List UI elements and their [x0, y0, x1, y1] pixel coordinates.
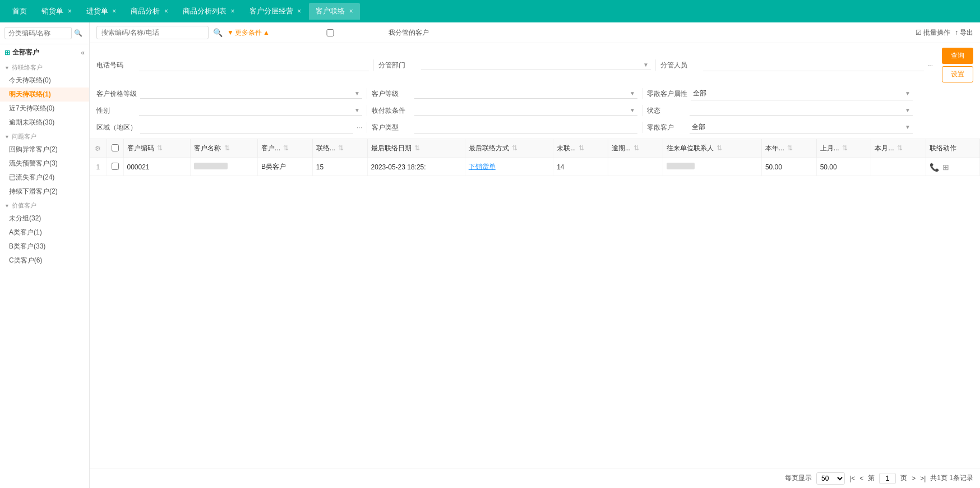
sidebar-c-class[interactable]: C类客户(6): [0, 254, 89, 268]
manager-more-icon[interactable]: ···: [927, 61, 933, 69]
gender-select[interactable]: ▼: [139, 105, 362, 116]
collapse-icon[interactable]: «: [81, 49, 85, 57]
page-size-select[interactable]: 50 100 200: [816, 472, 845, 485]
chevron-icon: ▲: [263, 29, 270, 36]
th-last-contact-method[interactable]: 最后联络方式 ⇅: [465, 139, 553, 158]
last-method-link[interactable]: 下销货单: [469, 163, 496, 171]
search-input[interactable]: [96, 26, 209, 39]
dept-field: 分管部门 ▼: [378, 60, 651, 70]
grid-icon: ⊞: [4, 49, 10, 57]
value-customer-group: 价值客户: [0, 199, 89, 211]
region-input[interactable]: [140, 122, 353, 133]
batch-op-button[interactable]: ☑ 批量操作: [916, 28, 950, 38]
status-field: 状态 ▼: [647, 105, 913, 116]
nav-home[interactable]: 首页: [6, 3, 34, 20]
sidebar-churned[interactable]: 已流失客户(24): [0, 171, 89, 185]
search-button[interactable]: 🔍: [213, 28, 223, 37]
status-chevron: ▼: [905, 107, 910, 113]
nav-purchase[interactable]: 进货单 ×: [80, 3, 123, 20]
th-settings[interactable]: ⚙: [90, 139, 107, 158]
manager-input[interactable]: [703, 59, 924, 71]
row-this-year: 50.00: [761, 158, 816, 176]
sidebar-b-class[interactable]: B类客户(33): [0, 240, 89, 254]
th-this-year[interactable]: 本年... ⇅: [761, 139, 816, 158]
dept-select[interactable]: ▼: [421, 60, 651, 70]
sidebar-7day-contact[interactable]: 近7天待联络(0): [0, 102, 89, 116]
sort-uncontacted-icon: ⇅: [579, 144, 584, 152]
all-customers-header[interactable]: ⊞ 全部客户 «: [0, 44, 89, 61]
nav-customer-contact[interactable]: 客户联络 ×: [309, 3, 360, 20]
sort-type-icon: ⇅: [283, 144, 289, 152]
customer-price-select[interactable]: ▼: [140, 89, 362, 99]
manager-field: 分管人员 ···: [660, 59, 933, 71]
top-nav: 首页 销货单 × 进货单 × 商品分析 × 商品分析列表 × 客户分层经营 × …: [0, 0, 980, 22]
customer-level-select[interactable]: ▼: [414, 89, 637, 99]
setting-button[interactable]: 设置: [942, 66, 973, 82]
phone-input[interactable]: [139, 59, 369, 71]
nav-customer-tier-close[interactable]: ×: [297, 7, 301, 15]
row-last-method[interactable]: 下销货单: [465, 158, 553, 176]
sidebar-today-contact[interactable]: 今天待联络(0): [0, 73, 89, 88]
sort-month-icon: ⇅: [897, 144, 903, 152]
nav-sales-close[interactable]: ×: [68, 7, 72, 15]
export-button[interactable]: ↑ 导出: [955, 28, 973, 38]
retail-attr-select[interactable]: 全部 ▼: [691, 87, 913, 100]
customer-table: ⚙ 客户编码 ⇅ 客户名称 ⇅ 客户... ⇅ 联络... ⇅ 最后联络日期 ⇅…: [90, 139, 980, 176]
th-customer-name[interactable]: 客户名称 ⇅: [191, 139, 258, 158]
th-last-month[interactable]: 上月... ⇅: [816, 139, 871, 158]
nav-product-analysis-list-close[interactable]: ×: [231, 7, 235, 15]
nav-purchase-close[interactable]: ×: [112, 7, 116, 15]
my-customer-checkbox-label[interactable]: 我分管的客户: [274, 28, 429, 38]
sort-name-icon: ⇅: [224, 144, 230, 152]
page-input[interactable]: [879, 473, 896, 484]
action-icons: 📞 ⊞: [930, 163, 976, 172]
th-contact-count[interactable]: 联络... ⇅: [312, 139, 367, 158]
row-overdue: [608, 158, 663, 176]
action-menu-icon[interactable]: ⊞: [942, 163, 949, 172]
next-page-btn[interactable]: >: [912, 475, 916, 482]
row-unit-contact: [663, 158, 761, 176]
th-last-contact-date[interactable]: 最后联络日期 ⇅: [367, 139, 465, 158]
nav-customer-tier[interactable]: 客户分层经营 ×: [243, 3, 308, 20]
sidebar-a-class[interactable]: A类客户(1): [0, 225, 89, 240]
last-page-btn[interactable]: >|: [920, 475, 926, 482]
query-button[interactable]: 查询: [942, 48, 973, 64]
row-checkbox-cell[interactable]: [107, 158, 123, 176]
sidebar: 🔍 ⊞ 全部客户 « 待联络客户 今天待联络(0) 明天待联络(1) 近7天待联…: [0, 22, 90, 488]
prev-page-btn[interactable]: <: [859, 475, 863, 482]
sidebar-ungrouped[interactable]: 未分组(32): [0, 211, 89, 225]
th-customer-code[interactable]: 客户编码 ⇅: [123, 139, 191, 158]
region-more-icon[interactable]: ···: [357, 123, 362, 131]
nav-product-analysis-close[interactable]: ×: [164, 7, 168, 15]
sidebar-tomorrow-contact[interactable]: 明天待联络(1): [0, 88, 89, 102]
sidebar-search-input[interactable]: [4, 27, 72, 39]
row-checkbox[interactable]: [112, 163, 119, 170]
th-customer-type[interactable]: 客户... ⇅: [257, 139, 312, 158]
more-filter-button[interactable]: ▼ 更多条件 ▲: [227, 28, 270, 38]
sidebar-churn-warning[interactable]: 流失预警客户(3): [0, 156, 89, 171]
th-checkbox[interactable]: [107, 139, 123, 158]
retail-customer-select[interactable]: 全部 ▼: [690, 121, 913, 134]
th-this-month[interactable]: 本月... ⇅: [871, 139, 926, 158]
nav-product-analysis[interactable]: 商品分析 ×: [124, 3, 175, 20]
payment-select[interactable]: ▼: [414, 105, 637, 116]
customer-type-input[interactable]: [414, 122, 637, 133]
customer-price-label: 客户价格等级: [96, 89, 137, 99]
action-phone-icon[interactable]: 📞: [930, 163, 939, 172]
gender-field: 性别 ▼: [96, 105, 362, 116]
select-all-checkbox[interactable]: [112, 144, 119, 151]
sidebar-declining[interactable]: 持续下滑客户(2): [0, 185, 89, 199]
sidebar-repurchase-abnormal[interactable]: 回购异常客户(2): [0, 142, 89, 156]
nav-product-analysis-list[interactable]: 商品分析列表 ×: [176, 3, 242, 20]
th-unit-contact[interactable]: 往来单位联系人 ⇅: [663, 139, 761, 158]
sidebar-search-icon[interactable]: 🔍: [74, 29, 82, 37]
table-row: 1 000021 B类客户 15 2023-05-23 18:25: 下销货单 …: [90, 158, 980, 176]
first-page-btn[interactable]: |<: [849, 475, 855, 482]
nav-customer-contact-close[interactable]: ×: [349, 7, 353, 15]
th-uncontacted[interactable]: 未联... ⇅: [553, 139, 608, 158]
status-select[interactable]: ▼: [690, 105, 913, 116]
th-overdue[interactable]: 逾期... ⇅: [608, 139, 663, 158]
nav-sales[interactable]: 销货单 ×: [35, 3, 78, 20]
my-customer-checkbox[interactable]: [274, 29, 386, 36]
sidebar-overdue-contact[interactable]: 逾期未联络(30): [0, 116, 89, 130]
